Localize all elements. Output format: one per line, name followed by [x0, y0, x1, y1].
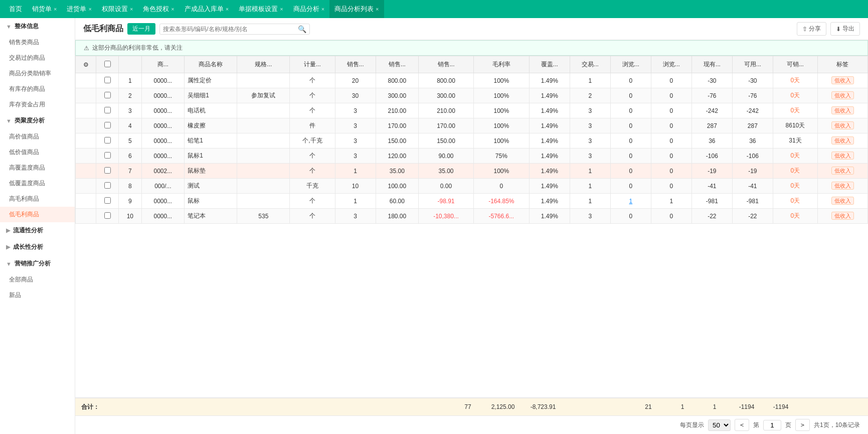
- sidebar-item-all-goods[interactable]: 全部商品: [0, 272, 75, 287]
- col-settings[interactable]: ⚙: [76, 56, 96, 73]
- col-spec[interactable]: 规格...: [237, 56, 290, 73]
- nav-goods-analysis-list[interactable]: 商品分析列表×: [329, 0, 384, 18]
- col-gross-rate[interactable]: 毛利率: [473, 56, 529, 73]
- cell-views1[interactable]: 0: [610, 118, 651, 133]
- sidebar-item-in-stock[interactable]: 有库存的商品: [0, 81, 75, 97]
- sidebar-item-sales-goods[interactable]: 销售类商品: [0, 35, 75, 50]
- close-product-inbound[interactable]: ×: [226, 6, 229, 12]
- row-checkbox[interactable]: [104, 77, 111, 83]
- cell-views1[interactable]: 0: [610, 73, 651, 88]
- nav-product-inbound[interactable]: 产成品入库单×: [180, 0, 234, 18]
- close-sales-order[interactable]: ×: [54, 6, 57, 12]
- sidebar-item-new-goods[interactable]: 新品: [0, 287, 75, 303]
- row-checkbox[interactable]: [104, 92, 111, 98]
- sidebar-group-cluster[interactable]: ▼ 类聚度分析: [0, 112, 75, 129]
- cell-checkbox[interactable]: [96, 88, 119, 103]
- sidebar-item-high-margin[interactable]: 高毛利商品: [0, 191, 75, 207]
- share-button[interactable]: ⇧ 分享: [797, 22, 826, 36]
- cell-views1[interactable]: 1: [610, 194, 651, 209]
- cell-checkbox[interactable]: [96, 118, 119, 133]
- sidebar-item-traded-goods[interactable]: 交易过的商品: [0, 50, 75, 66]
- col-code[interactable]: 商...: [141, 56, 185, 73]
- collapse-growth-icon[interactable]: ▶: [6, 244, 10, 250]
- row-checkbox[interactable]: [104, 107, 111, 113]
- cell-views1[interactable]: 0: [610, 209, 651, 224]
- close-goods-analysis-list[interactable]: ×: [376, 6, 379, 12]
- sidebar-item-low-value[interactable]: 低价值商品: [0, 144, 75, 160]
- row-checkbox[interactable]: [104, 122, 111, 128]
- cell-checkbox[interactable]: [96, 133, 119, 149]
- per-page-select[interactable]: 50: [708, 419, 731, 431]
- page-number-input[interactable]: [763, 420, 781, 430]
- nav-goods-analysis[interactable]: 商品分析×: [288, 0, 329, 18]
- row-checkbox[interactable]: [104, 152, 111, 159]
- nav-purchase-order[interactable]: 进货单×: [62, 0, 96, 18]
- sidebar-item-category-rate[interactable]: 商品分类助销率: [0, 66, 75, 81]
- nav-home[interactable]: 首页: [4, 0, 27, 18]
- col-transactions[interactable]: 交易...: [570, 56, 610, 73]
- close-goods-analysis[interactable]: ×: [321, 6, 324, 12]
- col-sales-amt[interactable]: 销售...: [376, 56, 419, 73]
- search-box[interactable]: 🔍: [159, 24, 310, 35]
- cell-views1[interactable]: 0: [610, 179, 651, 194]
- col-views1[interactable]: 浏览...: [610, 56, 651, 73]
- col-tag[interactable]: 标签: [817, 56, 867, 73]
- col-name[interactable]: 商品名称: [185, 56, 237, 73]
- prev-page-button[interactable]: ＜: [735, 419, 749, 431]
- sidebar-group-circulation[interactable]: ▶ 流通性分析: [0, 222, 75, 239]
- footer-current-stock: -1194: [730, 403, 764, 410]
- row-checkbox[interactable]: [104, 137, 111, 143]
- nav-permissions[interactable]: 权限设置×: [97, 0, 138, 18]
- cell-checkbox[interactable]: [96, 149, 119, 164]
- cell-checkbox[interactable]: [96, 164, 119, 179]
- col-sales-profit[interactable]: 销售...: [419, 56, 474, 73]
- sidebar-group-overall[interactable]: ▼ 整体信息: [0, 18, 75, 35]
- nav-role-auth[interactable]: 角色授权×: [138, 0, 179, 18]
- sidebar-item-capital[interactable]: 库存资金占用: [0, 97, 75, 112]
- col-available[interactable]: 可用...: [732, 56, 773, 73]
- row-checkbox[interactable]: [104, 182, 111, 189]
- cell-checkbox[interactable]: [96, 73, 119, 88]
- sidebar-item-low-coverage[interactable]: 低覆盖度商品: [0, 176, 75, 191]
- close-permissions[interactable]: ×: [130, 6, 133, 12]
- nav-template-settings[interactable]: 单据模板设置×: [234, 0, 288, 18]
- cell-checkbox[interactable]: [96, 209, 119, 224]
- row-checkbox[interactable]: [104, 212, 111, 219]
- cell-views1[interactable]: 0: [610, 88, 651, 103]
- col-unit[interactable]: 计量...: [290, 56, 335, 73]
- cell-checkbox[interactable]: [96, 103, 119, 118]
- sidebar-group-marketing[interactable]: ▼ 营销推广分析: [0, 255, 75, 272]
- search-icon[interactable]: 🔍: [298, 25, 306, 33]
- export-button[interactable]: ⬇ 导出: [830, 22, 860, 36]
- col-current-stock[interactable]: 现有...: [691, 56, 732, 73]
- filter-recent-month-button[interactable]: 近一月: [127, 23, 155, 35]
- cell-views1[interactable]: 0: [610, 133, 651, 149]
- cell-views1[interactable]: 0: [610, 103, 651, 118]
- close-purchase-order[interactable]: ×: [88, 6, 91, 12]
- collapse-overall-icon[interactable]: ▼: [6, 24, 12, 30]
- collapse-marketing-icon[interactable]: ▼: [6, 261, 12, 267]
- cell-checkbox[interactable]: [96, 179, 119, 194]
- cell-checkbox[interactable]: [96, 194, 119, 209]
- collapse-cluster-icon[interactable]: ▼: [6, 118, 12, 124]
- col-views2[interactable]: 浏览...: [651, 56, 691, 73]
- cell-views1[interactable]: 0: [610, 164, 651, 179]
- cell-sales-amt: 180.00: [376, 209, 419, 224]
- nav-sales-order[interactable]: 销货单×: [27, 0, 62, 18]
- row-checkbox[interactable]: [104, 197, 111, 204]
- close-role-auth[interactable]: ×: [171, 6, 174, 12]
- col-sales-qty[interactable]: 销售...: [335, 56, 376, 73]
- next-page-button[interactable]: ＞: [795, 419, 810, 431]
- sidebar-item-high-value[interactable]: 高价值商品: [0, 129, 75, 144]
- collapse-circulation-icon[interactable]: ▶: [6, 227, 10, 234]
- sidebar-item-low-margin[interactable]: 低毛利商品: [0, 207, 75, 222]
- sidebar-group-growth[interactable]: ▶ 成长性分析: [0, 239, 75, 255]
- select-all-checkbox[interactable]: [104, 61, 111, 67]
- col-coverage[interactable]: 覆盖...: [529, 56, 570, 73]
- sidebar-item-high-coverage[interactable]: 高覆盖度商品: [0, 160, 75, 176]
- row-checkbox[interactable]: [104, 167, 111, 174]
- cell-views1[interactable]: 0: [610, 149, 651, 164]
- col-saleable[interactable]: 可销...: [773, 56, 817, 73]
- close-template-settings[interactable]: ×: [280, 6, 283, 12]
- search-input[interactable]: [163, 26, 298, 33]
